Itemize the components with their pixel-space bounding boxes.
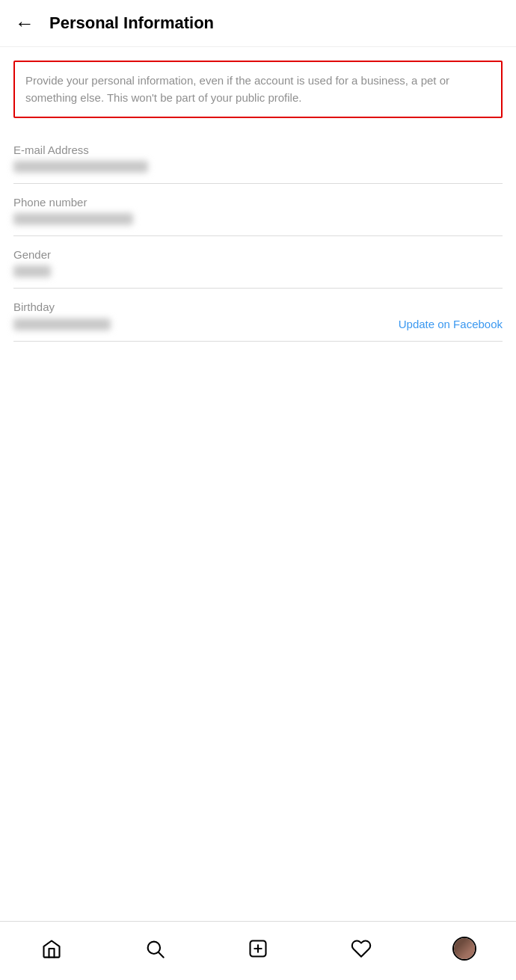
field-group-gender[interactable]: Gender — [0, 236, 516, 289]
field-group-birthday[interactable]: BirthdayUpdate on Facebook — [0, 289, 516, 342]
heart-nav-button[interactable] — [345, 932, 378, 965]
field-value-row-birthday: Update on Facebook — [13, 318, 503, 342]
field-label-email: E-mail Address — [13, 144, 503, 156]
search-nav-button[interactable] — [138, 932, 171, 965]
field-link-birthday[interactable]: Update on Facebook — [399, 318, 503, 330]
page-title: Personal Information — [49, 13, 214, 33]
field-value-row-phone — [13, 213, 503, 236]
field-blurred-phone — [13, 213, 133, 225]
field-group-phone[interactable]: Phone number — [0, 184, 516, 236]
fields-container: E-mail AddressPhone numberGenderBirthday… — [0, 132, 516, 342]
field-label-gender: Gender — [13, 248, 503, 261]
field-group-email[interactable]: E-mail Address — [0, 132, 516, 184]
field-value-row-email — [13, 161, 503, 184]
info-box: Provide your personal information, even … — [13, 61, 503, 118]
field-value-row-gender — [13, 265, 503, 289]
field-blurred-gender — [13, 265, 51, 277]
field-blurred-birthday — [13, 318, 111, 330]
avatar — [452, 937, 476, 961]
bottom-nav — [0, 921, 516, 980]
home-nav-button[interactable] — [35, 932, 68, 965]
back-button[interactable]: ← — [15, 13, 34, 33]
info-box-text: Provide your personal information, even … — [25, 74, 449, 104]
add-nav-button[interactable] — [242, 932, 274, 965]
field-label-phone: Phone number — [13, 196, 503, 209]
field-blurred-email — [13, 161, 148, 173]
svg-line-1 — [159, 952, 163, 957]
header: ← Personal Information — [0, 0, 516, 47]
main-content: Provide your personal information, even … — [0, 47, 516, 921]
profile-nav-button[interactable] — [448, 932, 481, 965]
field-label-birthday: Birthday — [13, 301, 503, 313]
